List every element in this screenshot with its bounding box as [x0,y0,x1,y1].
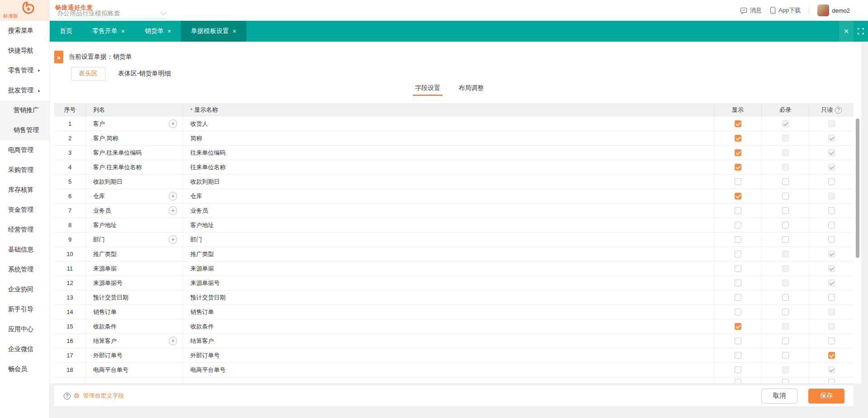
display-name-cell[interactable]: 结算客户 [183,334,714,348]
display-name-cell[interactable]: 简称 [183,131,714,145]
readonly-help-icon[interactable]: ? [835,107,842,114]
required-checkbox[interactable] [782,178,789,185]
show-checkbox[interactable] [735,323,741,330]
plus-icon[interactable]: + [169,235,177,244]
show-checkbox[interactable] [735,337,741,344]
sidebar-item[interactable]: 系统管理 [0,260,49,280]
readonly-checkbox[interactable] [828,337,835,344]
nav-tab[interactable]: 单据模板设置 × [181,21,246,42]
display-name-cell[interactable]: 预计交货日期 [183,290,714,304]
display-name-cell[interactable]: 来源单据 [183,261,714,276]
display-name-cell[interactable]: 业务员 [183,204,714,218]
show-checkbox[interactable] [735,135,741,142]
plus-icon[interactable]: + [169,192,177,200]
user-menu[interactable]: demo2 [817,5,850,16]
show-checkbox[interactable] [735,366,741,373]
required-checkbox[interactable] [782,236,789,243]
display-name-cell[interactable]: 来源单据号 [183,276,714,290]
display-name-cell[interactable]: 仓库 [183,189,714,203]
sidebar-item[interactable]: 资金管理 [0,200,49,220]
nav-tab[interactable]: 零售开单 × [82,21,135,42]
sidebar-item[interactable]: 畅会员 [0,359,49,379]
required-checkbox[interactable] [782,337,789,344]
display-name-cell[interactable]: 往来单位编码 [183,146,714,160]
sidebar-item[interactable]: 采购管理 [0,160,49,180]
show-checkbox[interactable] [735,120,741,127]
show-checkbox[interactable] [735,294,741,301]
sidebar-item[interactable]: 电商管理 [0,140,49,160]
account-dropdown[interactable]: 办公用品行业模拟账套 [57,8,167,19]
required-checkbox[interactable] [782,207,789,214]
save-button[interactable]: 保存 [808,389,844,404]
readonly-checkbox[interactable] [828,207,835,214]
cancel-button[interactable]: 取消 [761,389,797,404]
show-checkbox[interactable] [735,193,741,200]
show-checkbox[interactable] [735,236,741,243]
close-window-button[interactable]: × [839,21,854,42]
tab-close-icon[interactable]: × [121,28,125,34]
display-name-cell[interactable]: 收款到期日 [183,175,714,189]
help-icon[interactable]: ? [64,393,71,399]
sidebar-item[interactable]: 零售管理 ▼ [0,61,49,81]
required-checkbox[interactable] [782,352,789,359]
show-checkbox[interactable] [735,379,741,384]
section-tab[interactable]: 表体区-销货单明细 [111,67,178,81]
display-name-cell[interactable]: 推广类型 [183,247,714,261]
sidebar-item[interactable]: 基础信息 [0,240,49,260]
required-checkbox[interactable] [782,379,789,384]
show-checkbox[interactable] [735,178,741,185]
messages-button[interactable]: 消息 [740,6,762,14]
plus-icon[interactable]: + [169,119,177,128]
show-checkbox[interactable] [735,222,741,228]
readonly-checkbox[interactable] [828,178,835,185]
display-name-cell[interactable]: 部门 [183,233,714,247]
sidebar-item[interactable]: 批发管理 ▲ [0,81,49,100]
section-tab[interactable]: 表头区 [71,67,105,81]
sidebar-item[interactable]: 库存核算 [0,180,49,200]
show-checkbox[interactable] [735,309,741,315]
app-download-button[interactable]: App下载 [770,6,801,14]
manage-custom-fields-link[interactable]: 管理自定义字段 [83,392,124,400]
tab-close-icon[interactable]: × [232,28,236,34]
show-checkbox[interactable] [735,164,741,171]
sidebar-item[interactable]: 营销推广 [0,100,49,120]
required-checkbox[interactable] [782,309,789,315]
mode-tab[interactable]: 布局调整 [456,84,486,96]
display-name-cell[interactable]: 外部订单号 [183,348,714,362]
required-checkbox[interactable] [782,294,789,301]
plus-icon[interactable]: + [169,337,177,345]
sidebar-item[interactable]: 搜索菜单 [0,21,49,41]
show-checkbox[interactable] [735,251,741,257]
table-scrollbar-thumb[interactable] [856,119,859,258]
display-name-cell[interactable]: 收货人 [183,117,714,131]
nav-tab[interactable]: 首页 [50,21,82,42]
show-checkbox[interactable] [735,265,741,272]
display-name-cell[interactable]: 销售订单 [183,305,714,319]
display-name-cell[interactable]: 收款条件 [183,319,714,333]
show-checkbox[interactable] [735,207,741,214]
display-name-cell[interactable]: 往来单位名称 [183,160,714,174]
sidebar-item[interactable]: 企业协同 [0,280,49,299]
required-checkbox[interactable] [782,193,789,200]
readonly-checkbox[interactable] [828,236,835,243]
show-checkbox[interactable] [735,280,741,286]
readonly-checkbox[interactable] [828,352,835,359]
nav-tab[interactable]: 销货单 × [135,21,181,42]
readonly-checkbox[interactable] [828,294,835,301]
readonly-checkbox[interactable] [828,379,835,384]
required-checkbox[interactable] [782,222,789,228]
show-checkbox[interactable] [735,149,741,156]
sidebar-item[interactable]: 销售管理 [0,120,49,140]
show-checkbox[interactable] [735,352,741,359]
sidebar-item[interactable]: 企业微信 [0,339,49,359]
mode-tab[interactable]: 字段设置 [413,84,443,96]
plus-icon[interactable]: + [169,206,177,215]
tab-close-icon[interactable]: × [167,28,171,34]
sidebar-item[interactable]: 经营管理 [0,220,49,240]
sidebar-item[interactable]: 快捷导航 [0,41,49,61]
display-name-cell[interactable]: 电商平台单号 [183,363,714,377]
fullscreen-button[interactable] [854,21,868,42]
sidebar-item[interactable]: 新手引导 [0,299,49,319]
display-name-cell[interactable]: 客户地址 [183,218,714,232]
sidebar-item[interactable]: 应用中心 [0,319,49,339]
